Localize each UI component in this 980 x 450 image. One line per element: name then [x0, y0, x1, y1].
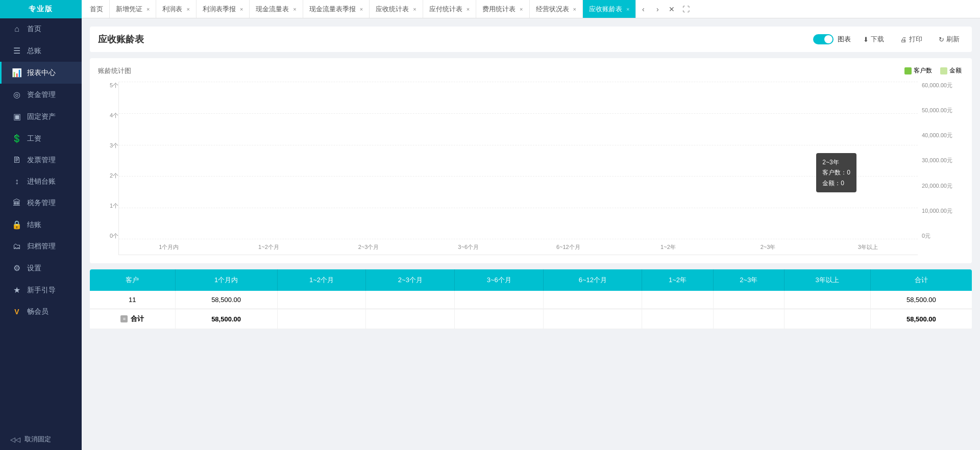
tab-profit-q[interactable]: 利润表季报 × — [197, 0, 250, 18]
sidebar-item-home[interactable]: ⌂ 首页 — [0, 18, 82, 40]
y-right-label-3: 30,000.00元 — [922, 157, 952, 164]
tab-ar-aging-label: 应收账龄表 — [589, 5, 622, 14]
total-y12 — [642, 309, 713, 329]
total-label-cell: ≡ 合计 — [90, 309, 175, 329]
sidebar-item-sales[interactable]: ↕ 进销台账 — [0, 171, 82, 192]
tab-next-button[interactable]: › — [650, 2, 665, 16]
legend-customers-label: 客户数 — [914, 66, 932, 75]
y-right-label-2: 20,000.00元 — [922, 182, 952, 190]
sidebar-item-invoice[interactable]: 🖹 发票管理 — [0, 149, 82, 171]
total-label: ≡ 合计 — [94, 314, 171, 323]
x-label-6: 2~3年 — [718, 239, 818, 255]
tab-cashflow-q-label: 现金流量表季报 — [309, 5, 356, 14]
cell-m1: 58,500.00 — [175, 291, 277, 309]
sidebar-item-closing[interactable]: 🔒 结账 — [0, 214, 82, 236]
print-icon: 🖨 — [900, 36, 907, 43]
sidebar-item-label: 资金管理 — [27, 90, 56, 99]
unpin-button[interactable]: ◁◁ 取消固定 — [0, 429, 82, 450]
tab-cashflow[interactable]: 现金流量表 × — [250, 0, 303, 18]
sidebar-item-label: 报表中心 — [27, 68, 56, 78]
cell-total: 58,500.00 — [870, 291, 972, 309]
sidebar-item-fixed[interactable]: ▣ 固定资产 — [0, 106, 82, 128]
cell-y12 — [642, 291, 713, 309]
capital-icon: ◎ — [12, 90, 22, 99]
x-label-7: 3年以上 — [818, 239, 918, 255]
tab-business[interactable]: 经营状况表 × — [530, 0, 583, 18]
y-right-label-4: 40,000.00元 — [922, 132, 952, 139]
unpin-icon: ◁◁ — [10, 436, 20, 443]
tab-ar-aging-close[interactable]: × — [626, 6, 629, 12]
print-button[interactable]: 🖨 打印 — [896, 33, 926, 46]
legend-amount: 金额 — [940, 66, 962, 75]
sidebar-item-tax[interactable]: 🏛 税务管理 — [0, 192, 82, 214]
page-header: 应收账龄表 图表 ⬇ 下载 🖨 打印 ↻ 刷新 — [90, 27, 972, 52]
tab-maximize-button[interactable]: ⛶ — [679, 2, 693, 16]
closing-icon: 🔒 — [12, 220, 22, 230]
tab-profit-q-label: 利润表季报 — [203, 5, 236, 14]
chart-toggle[interactable]: 图表 — [813, 34, 851, 44]
y-label-0: 0个 — [110, 232, 118, 240]
sidebar-item-label: 进销台账 — [27, 177, 56, 186]
member-icon: V — [12, 308, 22, 316]
tab-ar-aging[interactable]: 应收账龄表 × — [583, 0, 636, 18]
tab-ap-stat-close[interactable]: × — [467, 6, 470, 12]
tab-business-close[interactable]: × — [573, 6, 576, 12]
refresh-button[interactable]: ↻ 刷新 — [935, 33, 964, 46]
download-icon: ⬇ — [863, 36, 869, 43]
cell-m23 — [366, 291, 455, 309]
tab-profit-q-close[interactable]: × — [240, 6, 243, 12]
sidebar-item-label: 新手引导 — [27, 286, 56, 295]
tab-expense[interactable]: 费用统计表 × — [476, 0, 529, 18]
sidebar-item-ledger[interactable]: ☰ 总账 — [0, 40, 82, 62]
sidebar-item-archive[interactable]: 🗂 归档管理 — [0, 236, 82, 257]
bars-container — [119, 82, 918, 239]
sidebar-item-report[interactable]: 📊 报表中心 — [0, 62, 82, 84]
tab-expense-close[interactable]: × — [520, 6, 523, 12]
refresh-label: 刷新 — [946, 35, 960, 44]
page-title: 应收账龄表 — [98, 33, 144, 45]
tab-prev-button[interactable]: ‹ — [636, 2, 650, 16]
total-m612 — [544, 309, 642, 329]
sidebar-item-label: 畅会员 — [27, 307, 48, 316]
total-total: 58,500.00 — [870, 309, 972, 329]
app-logo: 专业版 — [0, 0, 82, 18]
sidebar-item-label: 首页 — [27, 24, 41, 34]
tab-ar-stat[interactable]: 应收统计表 × — [370, 0, 423, 18]
tab-home[interactable]: 首页 — [84, 0, 110, 18]
sidebar-item-label: 工资 — [27, 134, 41, 143]
toggle-track[interactable] — [813, 34, 834, 44]
y-label-2: 2个 — [110, 172, 118, 180]
tab-ap-stat[interactable]: 应付统计表 × — [423, 0, 476, 18]
x-label-4: 6~12个月 — [519, 239, 619, 255]
sidebar-item-settings[interactable]: ⚙ 设置 — [0, 257, 82, 279]
archive-icon: 🗂 — [12, 242, 22, 251]
sidebar-item-label: 发票管理 — [27, 156, 56, 165]
download-button[interactable]: ⬇ 下载 — [859, 33, 888, 46]
total-y3plus — [784, 309, 870, 329]
th-m36: 3~6个月 — [455, 269, 544, 291]
th-customer: 客户 — [90, 269, 175, 291]
sidebar-item-guide[interactable]: ★ 新手引导 — [0, 279, 82, 301]
table-header-row: 客户 1个月内 1~2个月 2~3个月 3~6个月 6~12个月 1~2年 2~… — [90, 269, 972, 291]
sidebar-item-salary[interactable]: 💲 工资 — [0, 128, 82, 149]
tab-profit[interactable]: 利润表 × — [156, 0, 196, 18]
tab-voucher[interactable]: 新增凭证 × — [110, 0, 156, 18]
tab-profit-close[interactable]: × — [186, 6, 189, 12]
th-m1: 1个月内 — [175, 269, 277, 291]
y-right-label-6: 60,000.00元 — [922, 82, 952, 89]
tab-ar-stat-close[interactable]: × — [413, 6, 416, 12]
th-y3plus: 3年以上 — [784, 269, 870, 291]
sidebar-item-capital[interactable]: ◎ 资金管理 — [0, 84, 82, 106]
tab-close-all-button[interactable]: ✕ — [665, 2, 679, 16]
tab-cashflow-q-close[interactable]: × — [360, 6, 363, 12]
toggle-thumb — [824, 35, 832, 43]
tab-expense-label: 费用统计表 — [482, 5, 516, 14]
tab-cashflow-q[interactable]: 现金流量表季报 × — [303, 0, 370, 18]
tab-cashflow-close[interactable]: × — [293, 6, 296, 12]
tab-voucher-close[interactable]: × — [146, 6, 150, 12]
x-label-0: 1个月内 — [119, 239, 219, 255]
content-area: 应收账龄表 图表 ⬇ 下载 🖨 打印 ↻ 刷新 — [82, 18, 980, 450]
chart-legend: 客户数 金额 — [904, 66, 962, 75]
y-right-label-5: 50,000.00元 — [922, 107, 952, 114]
sidebar-item-member[interactable]: V 畅会员 — [0, 301, 82, 322]
